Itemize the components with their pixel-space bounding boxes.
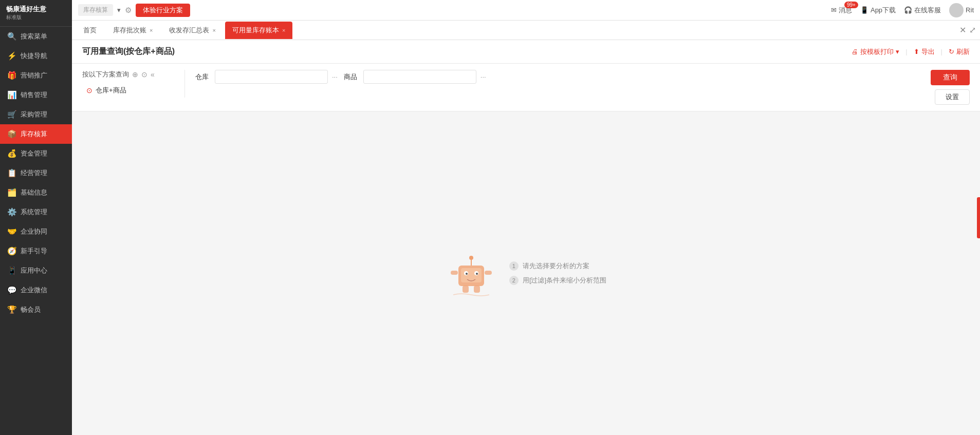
sidebar-label-marketing-promo: 营销推广	[21, 71, 47, 80]
svg-point-7	[469, 256, 473, 260]
tab-recv-summary[interactable]: 收发存汇总表×	[162, 22, 223, 39]
export-label: 导出	[921, 47, 935, 56]
sidebar-item-inventory-calc[interactable]: 📦库存核算	[0, 124, 72, 144]
filter-actions: 查询 设置	[931, 70, 970, 105]
svg-rect-9	[485, 271, 492, 275]
tab-available-ledger[interactable]: 可用量库存账本×	[225, 22, 292, 39]
user-menu[interactable]: Rit	[949, 3, 974, 17]
printer-icon: 🖨	[852, 48, 858, 55]
sidebar-label-enterprise-wechat: 企业微信	[21, 286, 47, 295]
goods-more-button[interactable]: ···	[480, 73, 486, 81]
sidebar-logo: 畅康通好生意 标准版	[0, 0, 72, 27]
tip-number-2: 2	[509, 276, 519, 285]
tab-home[interactable]: 首页	[76, 22, 104, 39]
app-download-button[interactable]: 📱 App下载	[860, 6, 896, 15]
sidebar-icon-enterprise-wechat: 💬	[7, 286, 16, 295]
svg-point-5	[476, 273, 478, 275]
scroll-indicator[interactable]	[977, 197, 980, 238]
refresh-button[interactable]: ↻ 刷新	[949, 47, 970, 56]
notification-button[interactable]: ✉ 消息 99+	[831, 6, 852, 15]
goods-input[interactable]	[363, 70, 476, 84]
sidebar-label-basic-info: 基础信息	[21, 188, 47, 197]
close-all-tabs-button[interactable]: ✕	[959, 25, 966, 35]
sidebar-icon-enterprise-coop: 🤝	[7, 227, 16, 236]
mobile-icon: 📱	[860, 6, 868, 14]
breadcrumb-dropdown[interactable]: ▾	[117, 6, 121, 14]
query-button[interactable]: 查询	[931, 70, 970, 85]
sidebar-icon-funds-mgmt: 💰	[7, 149, 16, 158]
sidebar-item-basic-info[interactable]: 🗂️基础信息	[0, 183, 72, 202]
filter-settings-button[interactable]: 设置	[935, 89, 970, 105]
sidebar-label-shortcut: 快捷导航	[21, 51, 47, 61]
tab-label-recv-summary: 收发存汇总表	[169, 26, 209, 35]
sidebar-item-app-center[interactable]: 📱应用中心	[0, 261, 72, 280]
warehouse-more-button[interactable]: ···	[332, 73, 338, 81]
sidebar-label-sys-mgmt: 系统管理	[21, 207, 47, 217]
sidebar-item-ops-mgmt[interactable]: 📋经营管理	[0, 163, 72, 183]
empty-tip-2: 2 用[过滤]条件来缩小分析范围	[509, 276, 606, 285]
sidebar-label-enterprise-coop: 企业协同	[21, 227, 47, 236]
goods-label: 商品	[344, 72, 359, 82]
sidebar-label-ops-mgmt: 经营管理	[21, 168, 47, 178]
tabs-bar: 首页库存批次账×收发存汇总表×可用量库存账本× ✕ ⤢	[72, 21, 980, 40]
sidebar-icon-basic-info: 🗂️	[7, 188, 16, 197]
sidebar-label-app-center: 应用中心	[21, 266, 47, 275]
print-label: 按模板打印	[860, 47, 894, 56]
sidebar-icon-shortcut: ⚡	[7, 51, 16, 61]
sidebar-label-sales-mgmt: 销售管理	[21, 90, 47, 100]
sidebar-icon-sales-mgmt: 📊	[7, 90, 16, 100]
refresh-label: 刷新	[956, 47, 970, 56]
sidebar-icon-sys-mgmt: ⚙️	[7, 207, 16, 217]
logo-title: 畅康通好生意	[6, 5, 66, 14]
sidebar-item-sys-mgmt[interactable]: ⚙️系统管理	[0, 202, 72, 222]
close-tab-batch-ledger[interactable]: ×	[150, 27, 153, 33]
scheme-header: 按以下方案查询 ⊕ ⊙ «	[82, 70, 178, 79]
print-dropdown-icon[interactable]: ▾	[896, 48, 899, 55]
close-tab-available-ledger[interactable]: ×	[282, 27, 285, 33]
exp-industry-button[interactable]: 体验行业方案	[136, 4, 190, 17]
sidebar-icon-inventory-calc: 📦	[7, 129, 16, 139]
expand-tab-button[interactable]: ⤢	[969, 25, 976, 35]
topbar-gear-icon[interactable]: ⚙	[125, 6, 132, 15]
tab-batch-ledger[interactable]: 库存批次账×	[106, 22, 160, 39]
close-tab-recv-summary[interactable]: ×	[212, 27, 215, 33]
print-button[interactable]: 🖨 按模板打印 ▾	[852, 47, 899, 56]
sidebar-label-new-user: 新手引导	[21, 247, 47, 256]
goods-field-row: 商品 ···	[344, 70, 486, 84]
warehouse-input[interactable]	[215, 70, 328, 84]
empty-illustration	[446, 248, 497, 299]
sidebar-label-purchase-mgmt: 采购管理	[21, 110, 47, 119]
empty-tip-1: 1 请先选择要分析的方案	[509, 261, 606, 271]
sidebar-item-enterprise-coop[interactable]: 🤝企业协同	[0, 222, 72, 241]
scheme-item-warehouse-goods[interactable]: ⊙ 仓库+商品	[82, 83, 178, 98]
online-service-button[interactable]: 🎧 在线客服	[904, 6, 941, 15]
sidebar-item-vip[interactable]: 🏆畅会员	[0, 300, 72, 319]
sidebar-item-search[interactable]: 🔍搜索菜单	[0, 27, 72, 46]
sidebar-item-shortcut[interactable]: ⚡快捷导航	[0, 46, 72, 66]
sidebar-icon-marketing-promo: 🎁	[7, 71, 16, 80]
filter-area: 按以下方案查询 ⊕ ⊙ « ⊙ 仓库+商品 仓库 ··· 商品	[72, 64, 980, 111]
sidebar-item-funds-mgmt[interactable]: 💰资金管理	[0, 144, 72, 163]
empty-tips: 1 请先选择要分析的方案 2 用[过滤]条件来缩小分析范围	[509, 261, 606, 285]
tabs-bar-actions: ✕ ⤢	[959, 25, 976, 35]
topbar-right: ✉ 消息 99+ 📱 App下载 🎧 在线客服 Rit	[831, 3, 974, 17]
sidebar-item-purchase-mgmt[interactable]: 🛒采购管理	[0, 105, 72, 124]
sidebar-icon-search: 🔍	[7, 32, 16, 41]
filter-fields-panel: 仓库 ··· 商品 ···	[185, 70, 931, 84]
bell-icon: ✉	[831, 6, 837, 14]
collapse-scheme-button[interactable]: «	[151, 70, 155, 79]
sidebar-label-inventory-calc: 库存核算	[21, 129, 47, 139]
tabs-container: 首页库存批次账×收发存汇总表×可用量库存账本×	[76, 22, 292, 39]
sidebar-icon-vip: 🏆	[7, 305, 16, 314]
tab-label-batch-ledger: 库存批次账	[113, 26, 146, 35]
sidebar-item-new-user[interactable]: 🧭新手引导	[0, 241, 72, 261]
topbar-breadcrumb: 库存核算	[78, 4, 113, 16]
add-scheme-button[interactable]: ⊕	[132, 70, 138, 79]
sidebar-item-sales-mgmt[interactable]: 📊销售管理	[0, 85, 72, 105]
settings-scheme-button[interactable]: ⊙	[141, 70, 147, 79]
export-button[interactable]: ⬆ 导出	[914, 47, 935, 56]
sidebar-item-enterprise-wechat[interactable]: 💬企业微信	[0, 280, 72, 300]
tip-text-1: 请先选择要分析的方案	[523, 261, 589, 271]
scheme-item-label: 仓库+商品	[96, 86, 126, 95]
sidebar-item-marketing-promo[interactable]: 🎁营销推广	[0, 66, 72, 85]
